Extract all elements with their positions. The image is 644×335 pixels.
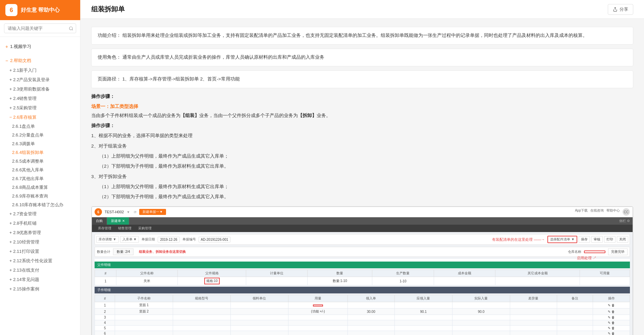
sidebar-header: 6 好生意 帮助中心 bbox=[0, 0, 80, 20]
sidebar-item-2.6.8[interactable]: 2.6.8商品成本重算 bbox=[0, 183, 80, 192]
mock-logo: 6 bbox=[95, 208, 102, 216]
sidebar-item-label: 2.10经营管理 bbox=[13, 239, 39, 244]
sidebar-item-2.13[interactable]: + 2.13在线支付 bbox=[0, 266, 80, 275]
sidebar-item-2.6.7[interactable]: 2.6.7其他出库单 bbox=[0, 174, 80, 183]
sidebar-item-2.14[interactable]: + 2.14常见问题 bbox=[0, 275, 80, 284]
expand-icon: + bbox=[9, 77, 13, 82]
mock-topbar: 6 TEST-H002 ▼ ⟳ 新建单据一▼ App下载 在线咨询 帮助中心 C… bbox=[92, 207, 633, 217]
sidebar-item-2.2[interactable]: + 2.2产品安装及登录 bbox=[0, 75, 80, 85]
mock-no-label: 单据编号 bbox=[182, 237, 196, 242]
sidebar-item-2.11[interactable]: + 2.11打印设置 bbox=[0, 247, 80, 256]
sidebar-item-2.7[interactable]: + 2.7资金管理 bbox=[0, 209, 80, 219]
sidebar-item-2.6.9[interactable]: 2.6.9库存账本查询 bbox=[0, 192, 80, 201]
expand-icon: + bbox=[9, 258, 13, 263]
sidebar-item-2.6.6[interactable]: 2.6.6其他入库单 bbox=[0, 166, 80, 174]
sidebar-item-2.6.5[interactable]: 2.6.5成本调整单 bbox=[0, 157, 80, 166]
scene1-desc: 当由多个子件材料组装成一个成品的业务为【组装】业务，当由一个父件拆分成多个子产品… bbox=[91, 112, 633, 120]
sidebar-item-2.1[interactable]: + 2.1新手入门 bbox=[0, 66, 80, 75]
mock-annotation-3-area: 启用处理 ↗ bbox=[95, 259, 630, 262]
sidebar-item-2.12[interactable]: + 2.12系统个性化设置 bbox=[0, 256, 80, 266]
collapse-icon: − bbox=[9, 115, 13, 120]
steps-title: 操作步骤： bbox=[91, 94, 633, 100]
mock-sync-icon: ⟳ bbox=[134, 210, 137, 214]
sidebar-item-label: 2.1新手入门 bbox=[13, 68, 37, 73]
mock-audit-btn[interactable]: 审核 bbox=[591, 236, 603, 243]
mock-print-btn[interactable]: 打印 bbox=[604, 236, 615, 243]
mock-col-cost: 成本金额 bbox=[434, 270, 495, 277]
sidebar-item-label: 2.7资金管理 bbox=[13, 211, 37, 216]
mock-lower-table-area: # 子件名称 规格型号 领料单位 用量 领入单 应领入量 实际入量 差异量 bbox=[95, 295, 630, 335]
mock-col-no: # bbox=[95, 270, 116, 277]
expand-icon: + bbox=[9, 286, 13, 291]
mock-content-area: 库存调整 ▼ 入库单 ▼ 单据日期 2019-12-26 单据编号 AD-201… bbox=[92, 232, 633, 335]
mock-nav-tab-2[interactable]: 新建单 ✕ bbox=[107, 217, 129, 225]
nav-sub-sub-items-2.6: 2.6.1盘点单 2.6.2分量盘点单 2.6.3调拨单 2.6.4组装拆卸单 … bbox=[0, 122, 80, 209]
app-title: 好生意 帮助中心 bbox=[21, 7, 60, 14]
search-icon bbox=[69, 26, 73, 31]
sidebar-item-2.5[interactable]: + 2.5采购管理 bbox=[0, 103, 80, 113]
sidebar-item-label: 2.9优惠券管理 bbox=[13, 230, 41, 235]
intro-text: 组装拆卸单用来处理企业组装或拆卸等加工业务，支持有固定装配清单的产品加工业务，也… bbox=[122, 33, 587, 38]
table-row: 3✎ 🗑 bbox=[95, 315, 630, 320]
sidebar-item-label: 2.6库存核算 bbox=[13, 115, 37, 120]
sidebar-item-2.9[interactable]: + 2.9优惠券管理 bbox=[0, 228, 80, 237]
mock-form-qty-value: 数量: 2/4 bbox=[113, 248, 133, 255]
sidebar-item-2.6.2[interactable]: 2.6.2分量盘点单 bbox=[0, 131, 80, 139]
mock-nav-purchase[interactable]: 采购管理 bbox=[135, 225, 155, 232]
collapse-icon: − bbox=[5, 58, 8, 63]
share-button[interactable]: 分享 bbox=[608, 4, 633, 15]
mock-dropdown-icon: ▼ bbox=[126, 210, 130, 214]
sidebar-item-2.4[interactable]: + 2.4销售管理 bbox=[0, 94, 80, 103]
role-label: 使用角色： bbox=[98, 55, 121, 60]
sidebar: 6 好生意 帮助中心 + 1.视频学习 − 2.帮助文档 + 2. bbox=[0, 0, 80, 335]
mock-nav-sales[interactable]: 销售管理 bbox=[115, 225, 135, 232]
mock-lower-table-header: 子件明细 bbox=[95, 287, 630, 293]
mock-close-btn[interactable]: 关闭 bbox=[617, 236, 628, 243]
main-content: 组装拆卸单 分享 功能介绍： 组装拆卸单用来处理企业组装或拆卸等加工业务，支持有… bbox=[80, 0, 644, 335]
sidebar-item-2.6.10[interactable]: 2.6.10库存账本错了怎么办 bbox=[0, 201, 80, 209]
sidebar-item-2.8[interactable]: + 2.8手机旺铺 bbox=[0, 219, 80, 228]
path-label: 页面路径： bbox=[98, 76, 121, 81]
mock-online-support: 在线咨询 bbox=[590, 208, 604, 216]
mock-lower-table: # 子件名称 规格型号 领料单位 用量 领入单 应领入量 实际入量 差异量 bbox=[95, 295, 630, 335]
mock-subtype-dropdown[interactable]: 入库单 ▼ bbox=[120, 236, 139, 243]
sidebar-item-2.6.1[interactable]: 2.6.1盘点单 bbox=[0, 122, 80, 131]
mock-warehouse-input[interactable] bbox=[584, 250, 605, 253]
sidebar-item-label: 2.14常见问题 bbox=[13, 277, 39, 282]
expand-icon: + bbox=[9, 68, 13, 73]
mock-nav-tab-1[interactable]: 自购 bbox=[92, 217, 107, 225]
mock-nav-inventory[interactable]: 库存管理 bbox=[95, 225, 115, 232]
expand-icon: + bbox=[5, 44, 8, 49]
svg-line-1 bbox=[72, 29, 73, 30]
mock-col-parent-name: 父件名称 bbox=[116, 270, 178, 277]
main-header: 组装拆卸单 分享 bbox=[80, 0, 644, 19]
sidebar-item-label: 2.5采购管理 bbox=[13, 105, 37, 110]
mock-col-unit: 计量单位 bbox=[246, 270, 308, 277]
sidebar-item-label: 2.13在线支付 bbox=[13, 268, 39, 273]
sidebar-item-2.6[interactable]: − 2.6库存核算 bbox=[0, 113, 80, 122]
sidebar-item-video[interactable]: + 1.视频学习 bbox=[0, 42, 80, 52]
sidebar-item-2.6.3[interactable]: 2.6.3调拨单 bbox=[0, 139, 80, 148]
mock-col-qty: 数量 bbox=[308, 270, 372, 277]
sidebar-item-2.10[interactable]: + 2.10经营管理 bbox=[0, 237, 80, 247]
app-logo: 6 bbox=[5, 4, 17, 16]
content-area: 功能介绍： 组装拆卸单用来处理企业组装或拆卸等加工业务，支持有固定装配清单的产品… bbox=[80, 19, 644, 335]
mock-toolbar-row: 库存调整 ▼ 入库单 ▼ 单据日期 2019-12-26 单据编号 AD-201… bbox=[95, 234, 630, 245]
table-row: 5✎ 🗑 bbox=[95, 326, 630, 331]
sidebar-item-docs[interactable]: − 2.帮助文档 bbox=[0, 56, 80, 66]
mock-avatar: CC bbox=[623, 208, 630, 216]
mock-new-bill-btn[interactable]: 新建单据一▼ bbox=[139, 209, 166, 215]
mock-confirm-btn[interactable]: 完善完毕 bbox=[608, 248, 628, 255]
mock-col-available: 可用量 bbox=[580, 270, 630, 277]
mock-save-btn[interactable]: 保存 bbox=[579, 236, 590, 243]
mock-config-btn[interactable]: 选择配件清单 ▼ bbox=[547, 236, 577, 243]
sidebar-item-2.3[interactable]: + 2.3使用前数据准备 bbox=[0, 85, 80, 94]
sidebar-item-label: 1.视频学习 bbox=[10, 44, 31, 50]
sidebar-item-2.15[interactable]: + 2.15操作案例 bbox=[0, 284, 80, 294]
mock-type-dropdown[interactable]: 库存调整 ▼ bbox=[96, 236, 119, 243]
mock-upper-table: # 父件名称 父件规格 计量单位 数量 生产数量 成本金额 其它成本金额 可用量 bbox=[95, 270, 630, 285]
sidebar-item-2.6.4[interactable]: 2.6.4组装拆卸单 bbox=[0, 148, 80, 157]
step2-1: （1）上部明细为父件明细，最终作为产成品生成其它入库单； bbox=[91, 152, 633, 160]
search-input[interactable] bbox=[4, 23, 76, 33]
role-text: 通常由生产人员或库管人员完成折装业务的操作，库管人员确认原材料的出库和产成品的入… bbox=[122, 55, 324, 60]
